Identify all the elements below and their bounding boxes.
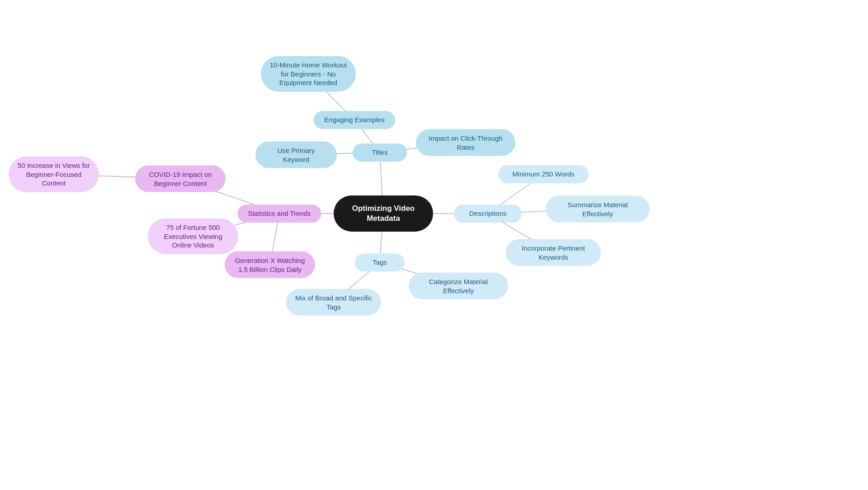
node-categorize[interactable]: Categorize Material Effectively — [409, 273, 508, 300]
node-minimum-250[interactable]: Minimum 250 Words — [498, 165, 589, 183]
connections-svg — [0, 0, 868, 490]
node-titles[interactable]: Titles — [353, 143, 407, 162]
node-use-primary-keyword[interactable]: Use Primary Keyword — [255, 142, 337, 168]
node-click-through[interactable]: Impact on Click-Through Rates — [416, 129, 515, 156]
node-50-increase[interactable]: 50 Increase in Views for Beginner-Focuse… — [9, 157, 99, 192]
node-mix-tags[interactable]: Mix of Broad and Specific Tags — [286, 289, 381, 316]
node-statistics-trends[interactable]: Statistics and Trends — [238, 205, 321, 223]
center-node: Optimizing Video Metadata — [334, 195, 433, 232]
node-tags[interactable]: Tags — [355, 253, 405, 271]
node-incorporate-keywords[interactable]: Incorporate Pertinent Keywords — [506, 239, 601, 266]
node-engaging-examples[interactable]: Engaging Examples — [314, 111, 395, 129]
node-covid-impact[interactable]: COVID-19 Impact on Beginner Content — [135, 166, 226, 192]
node-fortune-500[interactable]: 75 of Fortune 500 Executives Viewing Onl… — [148, 219, 238, 254]
node-descriptions[interactable]: Descriptions — [454, 205, 522, 223]
mind-map-container: Optimizing Video MetadataTitlesEngaging … — [0, 0, 868, 490]
node-10min-workout[interactable]: 10-Minute Home Workout for Beginners - N… — [261, 56, 356, 92]
node-generation-x[interactable]: Generation X Watching 1.5 Billion Clips … — [225, 252, 315, 278]
node-summarize[interactable]: Summarize Material Effectively — [546, 196, 650, 223]
